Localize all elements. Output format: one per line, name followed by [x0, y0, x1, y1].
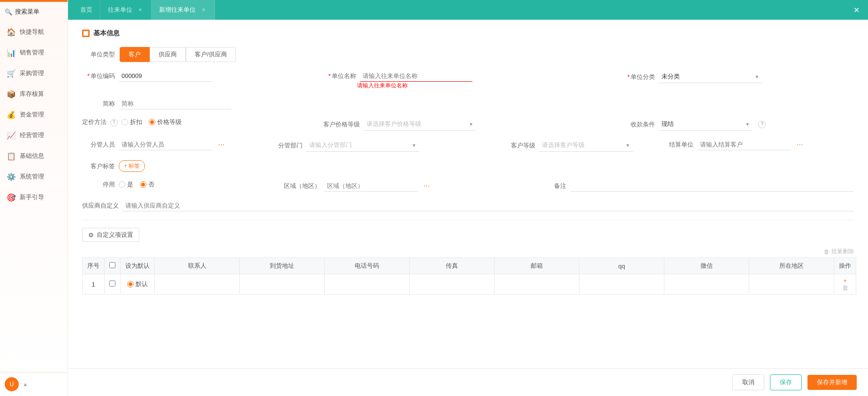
- cell-wechat[interactable]: [664, 274, 749, 295]
- short-name-input[interactable]: [119, 98, 231, 109]
- tab-bar: 首页 往来单位 × 新增往来单位 × ✕: [68, 0, 868, 20]
- unit-category-label: *单位分类: [622, 73, 655, 81]
- sidebar-item-inventory[interactable]: 📦 库存核算: [0, 84, 68, 104]
- region-more-icon[interactable]: ···: [422, 182, 432, 190]
- section-title-label: 基本信息: [93, 29, 120, 38]
- window-close-button[interactable]: ✕: [850, 4, 863, 16]
- qq-input[interactable]: [584, 279, 659, 290]
- sidebar-item-quick-nav[interactable]: 🏠 快捷导航: [0, 22, 68, 42]
- cell-contact[interactable]: [155, 274, 240, 295]
- tab-home[interactable]: 首页: [73, 0, 100, 20]
- table-row: 1 默认: [83, 274, 856, 295]
- select-all-checkbox[interactable]: [109, 262, 115, 268]
- payment-terms-select[interactable]: 现结 ▼: [659, 118, 753, 131]
- unit-code-label: *单位编码: [82, 72, 115, 80]
- short-name-label: 简称: [82, 100, 115, 108]
- supplier-custom-row: 供应商自定义: [82, 200, 854, 211]
- no-radio-circle: [140, 181, 146, 188]
- user-avatar[interactable]: U: [5, 377, 19, 391]
- save-button[interactable]: 保存: [770, 374, 802, 390]
- cell-phone[interactable]: [325, 274, 410, 295]
- phone-input[interactable]: [329, 279, 404, 290]
- short-name-row: 简称: [82, 98, 854, 109]
- col-contact: 联系人: [155, 258, 240, 274]
- customer-price-level-select[interactable]: 请选择客户价格等级 ▼: [364, 118, 476, 131]
- add-tag-button[interactable]: + 标签: [119, 160, 145, 172]
- disabled-radio-yes[interactable]: 是: [119, 180, 133, 189]
- col-checkbox[interactable]: [105, 258, 121, 274]
- tab-new-partner[interactable]: 新增往来单位 ×: [152, 0, 215, 20]
- sidebar-item-operations[interactable]: 📈 经营管理: [0, 125, 68, 146]
- cell-region[interactable]: [749, 274, 834, 295]
- pricing-radio-discount[interactable]: 折扣: [122, 118, 142, 126]
- fax-input[interactable]: [414, 279, 489, 290]
- cell-fax[interactable]: [410, 274, 495, 295]
- sidebar-item-label: 快捷导航: [20, 28, 44, 36]
- cell-checkbox[interactable]: [105, 274, 121, 295]
- wechat-input[interactable]: [669, 279, 744, 290]
- region-input[interactable]: [324, 180, 418, 192]
- manager-row: 分管人员 ··· 分管部门 请输入分管部门 ▼ 客户等级 请选择客户等级 ▼: [82, 139, 854, 152]
- level-label: 价格等级: [157, 118, 182, 126]
- payment-help-icon[interactable]: ?: [758, 121, 766, 128]
- delete-row-icon[interactable]: 🗑: [842, 284, 848, 291]
- add-row-icon[interactable]: +: [843, 277, 847, 284]
- type-btn-supplier[interactable]: 供应商: [150, 47, 186, 62]
- sidebar-item-label: 系统管理: [20, 172, 44, 181]
- sidebar-item-sales[interactable]: 📊 销售管理: [0, 42, 68, 63]
- sidebar-item-basic[interactable]: 📋 基础信息: [0, 146, 68, 166]
- custom-settings-button[interactable]: ⚙ 自定义项设置: [82, 228, 139, 242]
- type-btn-customer[interactable]: 客户: [120, 47, 150, 62]
- sidebar: 🔍 搜索菜单 🏠 快捷导航 📊 销售管理 🛒 采购管理 📦 库存核算 💰 资金管…: [0, 0, 68, 396]
- manager-more-icon[interactable]: ···: [216, 140, 226, 149]
- pricing-method-label: 定价方法 ?: [82, 118, 118, 126]
- tab-new-partner-close[interactable]: ×: [200, 7, 207, 13]
- section-divider: [82, 220, 854, 220]
- sidebar-bottom: U ▲: [0, 372, 68, 396]
- sidebar-item-system[interactable]: ⚙️ 系统管理: [0, 166, 68, 187]
- payment-terms-value: 现结: [662, 120, 674, 128]
- manager-input[interactable]: [119, 139, 213, 150]
- svg-rect-0: [84, 31, 88, 36]
- tab-partners-close[interactable]: ×: [137, 7, 144, 13]
- cell-qq[interactable]: [579, 274, 664, 295]
- cell-address[interactable]: [240, 274, 325, 295]
- settlement-more-icon[interactable]: ···: [795, 140, 805, 149]
- pricing-help-icon[interactable]: ?: [110, 119, 118, 126]
- customer-level-select[interactable]: 请选择客户等级 ▼: [539, 139, 633, 152]
- department-select[interactable]: 请输入分管部门 ▼: [306, 139, 419, 152]
- type-btn-both[interactable]: 客户/供应商: [186, 47, 236, 62]
- unit-name-input[interactable]: [360, 70, 472, 82]
- batch-delete-label[interactable]: 批量删除: [831, 248, 854, 256]
- payment-terms-label: 收款条件: [622, 120, 655, 129]
- operations-icon: 📈: [7, 131, 16, 140]
- contact-table: 序号 设为默认 联系人 到货地址 电话号码 传真 邮箱 qq 微信 所在地区 操…: [82, 257, 856, 295]
- search-menu-item[interactable]: 🔍 搜索菜单: [0, 2, 68, 22]
- unit-code-input[interactable]: [119, 70, 213, 82]
- supplier-custom-input[interactable]: [122, 200, 854, 211]
- manager-field: 分管人员 ···: [82, 139, 260, 150]
- email-input[interactable]: [499, 279, 574, 290]
- sidebar-item-guide[interactable]: 🎯 新手引导: [0, 187, 68, 208]
- sidebar-item-finance[interactable]: 💰 资金管理: [0, 104, 68, 125]
- address-input[interactable]: [244, 279, 320, 290]
- sidebar-item-label: 新手引导: [20, 193, 44, 202]
- save-new-button[interactable]: 保存并新增: [807, 375, 857, 390]
- table-header-row: 序号 设为默认 联系人 到货地址 电话号码 传真 邮箱 qq 微信 所在地区 操…: [83, 258, 856, 274]
- tab-partners[interactable]: 往来单位 ×: [100, 0, 152, 20]
- default-radio[interactable]: 默认: [125, 280, 150, 288]
- col-qq: qq: [579, 258, 664, 274]
- region-table-input[interactable]: [754, 279, 829, 290]
- remark-input[interactable]: [570, 180, 854, 192]
- disabled-radio-no[interactable]: 否: [140, 180, 154, 189]
- pricing-radio-level[interactable]: 价格等级: [149, 118, 182, 126]
- row-checkbox[interactable]: [109, 280, 115, 287]
- cancel-button[interactable]: 取消: [732, 374, 764, 390]
- remark-label: 备注: [533, 182, 566, 190]
- contact-input[interactable]: [160, 279, 235, 290]
- batch-delete-icon: 🗑: [824, 248, 830, 255]
- sidebar-item-purchase[interactable]: 🛒 采购管理: [0, 63, 68, 84]
- cell-email[interactable]: [495, 274, 579, 295]
- unit-category-select[interactable]: 未分类 ▼: [659, 70, 762, 83]
- settlement-unit-input[interactable]: [697, 139, 791, 150]
